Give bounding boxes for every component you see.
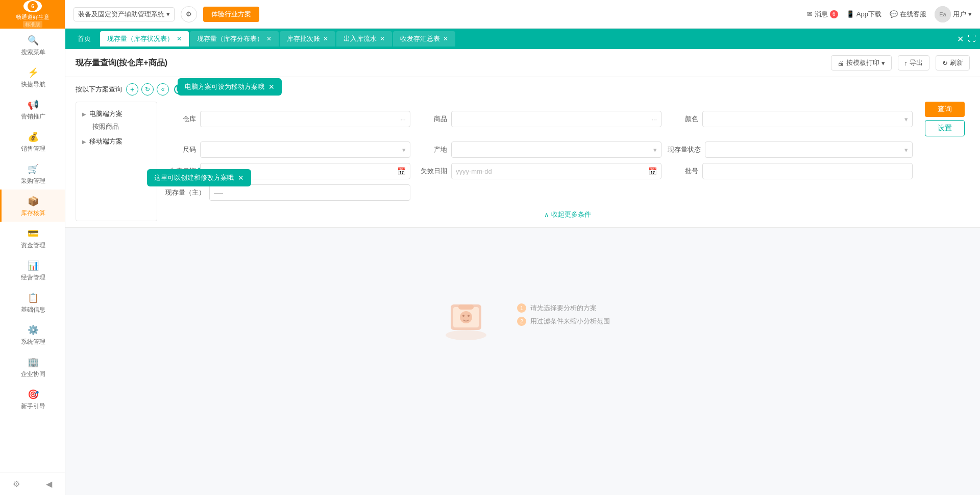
operations-icon: 📊 [28,260,39,271]
sidebar-item-enterprise[interactable]: 🏢 企业协同 [0,350,65,383]
refresh-scheme-btn[interactable]: ↻ [141,83,154,96]
settings-bottom-btn[interactable]: ⚙ [13,479,20,489]
sidebar-item-marketing[interactable]: 📢 营销推广 [0,93,65,125]
settings-btn[interactable]: ⚙ [181,6,197,22]
main-area: 装备及固定资产辅助管理系统 ▾ ⚙ 体验行业方案 ✉ 消息 6 📱 App下载 … [65,0,980,495]
messages-btn[interactable]: ✉ 消息 6 [807,10,838,19]
tab-close-icon[interactable]: ✕ [266,35,272,42]
scheme-tooltip: 电脑方案可设为移动方案哦 ✕ [178,78,282,96]
tab-close-all-btn[interactable]: ✕ [957,34,964,44]
mobile-scheme-item[interactable]: ▶ 移动端方案 [82,135,151,148]
stock-status-select[interactable]: ▾ [705,142,913,158]
expiry-date-field: 失效日期 yyyy-mm-dd 📅 [416,163,662,179]
sidebar-item-search-menu[interactable]: 🔍 搜索菜单 [0,29,65,61]
page-actions: 🖨 按模板打印 ▾ ↑ 导出 ↻ 刷新 [831,55,970,70]
basic-info-icon: 📋 [28,292,39,303]
sidebar-item-guide[interactable]: 🎯 新手引导 [0,383,65,415]
set-btn[interactable]: 设置 [925,120,965,136]
tab-receive-summary[interactable]: 收发存汇总表 ✕ [393,31,455,46]
search-btn[interactable]: 查询 [925,102,965,117]
tab-close-icon[interactable]: ✕ [177,35,182,42]
sidebar-item-basic-info[interactable]: 📋 基础信息 [0,286,65,318]
sidebar-item-system[interactable]: ⚙️ 系统管理 [0,318,65,350]
app-download-btn[interactable]: 📱 App下载 [846,10,881,19]
tab-inout-flow[interactable]: 出入库流水 ✕ [336,31,392,46]
sidebar-item-label: 采购管理 [21,177,45,185]
sidebar-item-quick-nav[interactable]: ⚡ 快捷导航 [0,61,65,93]
tab-batch-ledger[interactable]: 库存批次账 ✕ [280,31,335,46]
filter-row-4: 现存量（主） — [165,184,970,201]
warehouse-more-icon: ··· [400,115,406,123]
sidebar-item-inventory[interactable]: 📦 库存核算 [0,190,65,222]
size-select[interactable]: ▾ [200,142,410,158]
add-scheme-btn[interactable]: + [126,83,138,96]
arrow-back-btn[interactable]: « [157,83,169,96]
tab-actions: ✕ ⛶ [957,34,976,44]
mobile-icon: 📱 [846,10,854,18]
goods-more-icon: ··· [651,115,657,123]
svg-point-8 [462,315,464,317]
batch-no-label: 批号 [668,167,698,176]
sidebar-item-label: 营销推广 [21,112,45,121]
tab-home[interactable]: 首页 [69,31,99,46]
empty-tip-1: 1 请先选择要分析的方案 [517,303,610,313]
sidebar-item-label: 资金管理 [21,241,45,250]
scheme-tree: ▶ 电脑端方案 按照商品 ▶ 移动端方案 [82,107,151,148]
inventory-icon: 📦 [28,196,39,207]
sidebar-item-purchase[interactable]: 🛒 采购管理 [0,157,65,190]
chevron-down-icon: ▾ [904,146,908,154]
refresh-btn[interactable]: ↻ 刷新 [936,55,970,70]
sidebar-item-finance[interactable]: 💳 资金管理 [0,222,65,254]
logo-main-text: 畅通道好生意 [16,13,50,20]
collapse-label: 收起更多条件 [551,210,591,219]
tab-inventory-dist[interactable]: 现存量（库存分布表） ✕ [190,31,279,46]
batch-no-input[interactable] [702,163,913,179]
user-avatar: Ea [935,6,951,22]
export-icon: ↑ [904,59,908,67]
chevron-down-icon: ▾ [881,59,885,67]
system-selector[interactable]: 装备及固定资产辅助管理系统 ▾ [74,7,175,21]
stock-status-label: 现存量状态 [668,145,701,154]
collapse-area: ∧ 收起更多条件 [165,206,970,221]
origin-select[interactable]: ▾ [451,142,662,158]
calendar-icon: 📅 [397,167,406,175]
collapse-btn[interactable]: ∧ 收起更多条件 [544,210,591,219]
tip-text-2: 用过滤条件来缩小分析范围 [530,317,610,326]
collapse-sidebar-btn[interactable]: ◀ [46,479,52,489]
sidebar-item-label: 经营管理 [21,273,45,282]
user-menu[interactable]: Ea 用户 ▾ [935,6,972,22]
warehouse-select[interactable]: ··· [200,111,410,127]
filter-body: ▶ 电脑端方案 按照商品 ▶ 移动端方案 [76,102,970,221]
industry-plan-btn[interactable]: 体验行业方案 [203,7,259,22]
color-select[interactable]: ▾ [702,111,913,127]
message-label: 消息 [815,10,828,19]
export-btn[interactable]: ↑ 导出 [898,55,930,70]
stock-qty-input[interactable]: — [209,184,410,201]
size-field: 尺码 ▾ [165,142,410,158]
tab-close-icon[interactable]: ✕ [380,35,385,42]
svg-text:Ea: Ea [939,11,946,17]
tab-close-icon[interactable]: ✕ [323,35,328,42]
tab-inventory-status[interactable]: 现存量（库存状况表） ✕ [100,31,189,46]
header-right: ✉ 消息 6 📱 App下载 💬 在线客服 Ea 用户 ▾ [807,6,972,22]
sidebar-item-sales[interactable]: 💰 销售管理 [0,125,65,157]
goods-select[interactable]: ··· [451,111,662,127]
scheme-sub-item[interactable]: 按照商品 [92,121,151,133]
online-service-btn[interactable]: 💬 在线客服 [890,10,926,19]
warehouse-field: 仓库 ··· [165,111,410,127]
tab-close-icon[interactable]: ✕ [443,35,448,42]
template-print-btn[interactable]: 🖨 按模板打印 ▾ [831,55,892,70]
sidebar-item-label: 新手引导 [21,402,45,411]
scheme-tooltip-close[interactable]: ✕ [268,83,275,91]
edit-tooltip-close[interactable]: ✕ [238,174,244,182]
tab-expand-btn[interactable]: ⛶ [968,34,976,43]
action-buttons: 查询 设置 [925,102,965,136]
stock-status-field: 现存量状态 ▾ [668,142,913,158]
warehouse-label: 仓库 [165,114,196,124]
expiry-date-placeholder: yyyy-mm-dd [456,168,492,175]
desktop-scheme-item[interactable]: ▶ 电脑端方案 [82,107,151,121]
sidebar-item-operations[interactable]: 📊 经营管理 [0,254,65,286]
page-title: 现存量查询(按仓库+商品) [76,58,167,68]
expiry-date-input[interactable]: yyyy-mm-dd 📅 [451,163,662,179]
print-icon: 🖨 [838,59,844,67]
